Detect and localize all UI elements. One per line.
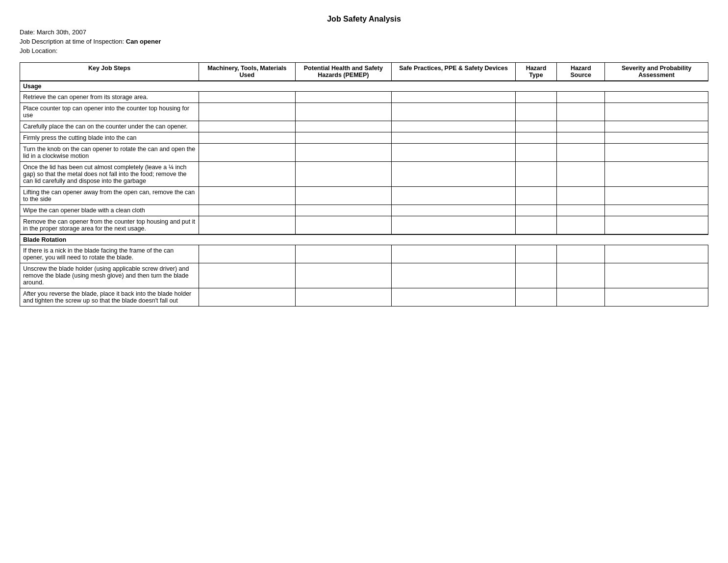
- data-cell: [515, 288, 556, 307]
- data-cell: [515, 121, 556, 132]
- key-step-cell: Remove the can opener from the counter t…: [20, 216, 199, 235]
- table-row: Place counter top can opener into the co…: [20, 103, 708, 121]
- data-cell: [557, 216, 605, 235]
- data-cell: [557, 245, 605, 263]
- data-cell: [557, 132, 605, 144]
- data-cell: [199, 288, 296, 307]
- key-step-cell: Lifting the can opener away from the ope…: [20, 187, 199, 205]
- data-cell: [392, 103, 516, 121]
- table-row: Turn the knob on the can opener to rotat…: [20, 144, 708, 162]
- data-cell: [295, 205, 392, 216]
- data-cell: [295, 216, 392, 235]
- table-row: After you reverse the blade, place it ba…: [20, 288, 708, 307]
- key-step-cell: Carefully place the can on the counter u…: [20, 121, 199, 132]
- page-title: Job Safety Analysis: [20, 15, 708, 24]
- data-cell: [295, 103, 392, 121]
- data-cell: [557, 263, 605, 288]
- data-cell: [515, 263, 556, 288]
- header-machinery: Machinery, Tools, Materials Used: [199, 63, 296, 81]
- data-cell: [199, 121, 296, 132]
- data-cell: [199, 92, 296, 103]
- key-step-cell: Wipe the can opener blade with a clean c…: [20, 205, 199, 216]
- data-cell: [295, 187, 392, 205]
- data-cell: [392, 144, 516, 162]
- data-cell: [557, 162, 605, 187]
- data-cell: [515, 162, 556, 187]
- table-row: Lifting the can opener away from the ope…: [20, 187, 708, 205]
- data-cell: [557, 187, 605, 205]
- data-cell: [295, 288, 392, 307]
- data-cell: [515, 205, 556, 216]
- key-step-cell: If there is a nick in the blade facing t…: [20, 245, 199, 263]
- data-cell: [605, 187, 708, 205]
- table-row: Carefully place the can on the counter u…: [20, 121, 708, 132]
- data-cell: [392, 245, 516, 263]
- data-cell: [515, 216, 556, 235]
- data-cell: [199, 144, 296, 162]
- table-row: Unscrew the blade holder (using applicab…: [20, 263, 708, 288]
- data-cell: [295, 162, 392, 187]
- data-cell: [392, 187, 516, 205]
- header-hazard-source: Hazard Source: [557, 63, 605, 81]
- key-step-cell: Firmly press the cutting blade into the …: [20, 132, 199, 144]
- data-cell: [199, 245, 296, 263]
- meta-job-desc: Job Description at time of Inspection: C…: [20, 38, 708, 45]
- data-cell: [295, 263, 392, 288]
- table-row: Remove the can opener from the counter t…: [20, 216, 708, 235]
- data-cell: [557, 121, 605, 132]
- data-cell: [515, 103, 556, 121]
- data-cell: [605, 121, 708, 132]
- table-row: Retrieve the can opener from its storage…: [20, 92, 708, 103]
- table-row: If there is a nick in the blade facing t…: [20, 245, 708, 263]
- table-row: Firmly press the cutting blade into the …: [20, 132, 708, 144]
- header-safe-practices: Safe Practices, PPE & Safety Devices: [392, 63, 516, 81]
- header-key-job-steps: Key Job Steps: [20, 63, 199, 81]
- data-cell: [557, 103, 605, 121]
- key-step-cell: Turn the knob on the can opener to rotat…: [20, 144, 199, 162]
- data-cell: [392, 92, 516, 103]
- key-step-cell: Once the lid has been cut almost complet…: [20, 162, 199, 187]
- data-cell: [295, 132, 392, 144]
- header-severity: Severity and Probability Assessment: [605, 63, 708, 81]
- data-cell: [605, 132, 708, 144]
- header-potential: Potential Health and Safety Hazards (PEM…: [295, 63, 392, 81]
- key-step-cell: Unscrew the blade holder (using applicab…: [20, 263, 199, 288]
- data-cell: [199, 132, 296, 144]
- data-cell: [605, 103, 708, 121]
- key-step-cell: After you reverse the blade, place it ba…: [20, 288, 199, 307]
- data-cell: [199, 187, 296, 205]
- data-cell: [605, 216, 708, 235]
- jsa-table-wrapper: Key Job Steps Machinery, Tools, Material…: [20, 62, 708, 307]
- data-cell: [199, 162, 296, 187]
- data-cell: [605, 205, 708, 216]
- jsa-table: Key Job Steps Machinery, Tools, Material…: [20, 62, 708, 307]
- data-cell: [557, 92, 605, 103]
- data-cell: [392, 205, 516, 216]
- data-cell: [557, 205, 605, 216]
- data-cell: [605, 245, 708, 263]
- data-cell: [392, 121, 516, 132]
- key-step-cell: Place counter top can opener into the co…: [20, 103, 199, 121]
- data-cell: [605, 144, 708, 162]
- data-cell: [295, 92, 392, 103]
- key-step-cell: Retrieve the can opener from its storage…: [20, 92, 199, 103]
- data-cell: [605, 92, 708, 103]
- data-cell: [515, 144, 556, 162]
- section-header-1: Blade Rotation: [20, 234, 708, 245]
- data-cell: [515, 245, 556, 263]
- section-header-0: Usage: [20, 81, 708, 92]
- data-cell: [557, 288, 605, 307]
- meta-date: Date: March 30th, 2007: [20, 28, 708, 36]
- data-cell: [605, 263, 708, 288]
- data-cell: [295, 121, 392, 132]
- data-cell: [392, 288, 516, 307]
- data-cell: [515, 92, 556, 103]
- data-cell: [199, 263, 296, 288]
- data-cell: [295, 245, 392, 263]
- data-cell: [392, 162, 516, 187]
- data-cell: [605, 288, 708, 307]
- meta-job-location: Job Location:: [20, 47, 708, 54]
- data-cell: [392, 216, 516, 235]
- table-row: Wipe the can opener blade with a clean c…: [20, 205, 708, 216]
- data-cell: [557, 144, 605, 162]
